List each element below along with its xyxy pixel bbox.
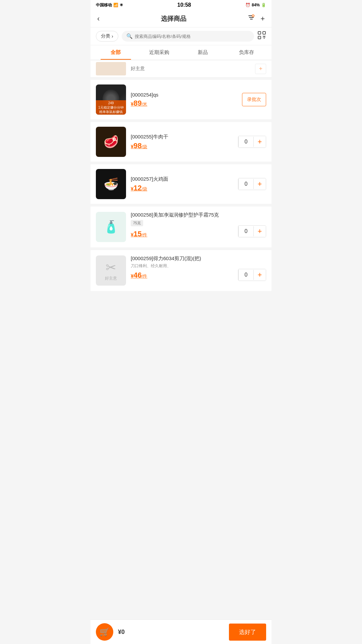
search-area: 分类 › 🔍 <box>90 27 272 45</box>
price-unit: /袋 <box>142 186 147 191</box>
price-unit: /件 <box>142 274 147 279</box>
tab-new[interactable]: 新品 <box>181 45 225 60</box>
product-item: 🍜 [0000257]火鸡面 ¥12/袋 0 + <box>90 164 272 204</box>
product-item: 2491元稳定赚分分钟精单靠鼠标赚钱 [0000254]qs ¥89/米 录批次 <box>90 80 272 119</box>
time-display: 10:58 <box>177 2 191 8</box>
product-price: ¥89/米 <box>131 99 237 108</box>
wifi-icon: 📶 <box>113 3 118 7</box>
price-unit: /袋 <box>142 144 147 149</box>
scan-button[interactable] <box>257 31 266 42</box>
back-button[interactable]: ‹ <box>97 14 100 23</box>
product-price: ¥46/件 <box>131 271 233 280</box>
product-item: 🥩 [0000255]牛肉干 ¥98/袋 0 + <box>90 122 272 162</box>
signal-icon: ✳ <box>120 3 123 7</box>
filter-button[interactable] <box>248 14 255 23</box>
product-code-name: [0000258]美加净滋润修护型护手霜75克 <box>131 212 233 218</box>
header-left: ‹ <box>97 14 100 23</box>
search-icon: 🔍 <box>126 33 133 39</box>
status-left: 中国移动 📶 ✳ <box>96 2 123 8</box>
category-button[interactable]: 分类 › <box>96 31 118 42</box>
price-value: 12 <box>133 184 141 192</box>
header-right: + <box>248 14 265 23</box>
product-image-0000257: 🍜 <box>96 169 126 199</box>
quantity-value: 0 <box>238 270 254 280</box>
add-button[interactable]: + <box>260 14 265 23</box>
status-right: ⏰ 84% 🔋 <box>245 3 266 7</box>
battery-label: 84% <box>252 3 260 7</box>
product-price: ¥98/袋 <box>131 141 233 150</box>
product-image-0000258: 🧴 <box>96 212 126 242</box>
product-item: 🧴 [0000258]美加净滋润修护型护手霜75克 75克 ¥15/件 0 + <box>90 207 272 247</box>
record-batch-button[interactable]: 录批次 <box>242 93 266 106</box>
price-value: 89 <box>133 99 141 107</box>
price-unit: /米 <box>142 102 147 107</box>
svg-rect-4 <box>258 32 261 34</box>
quantity-control-0000255: 0 + <box>238 136 266 148</box>
tabs-bar: 全部 近期采购 新品 负库存 <box>90 45 272 60</box>
quantity-control-0000258: 0 + <box>238 225 266 237</box>
quantity-increment-button[interactable]: + <box>254 269 266 281</box>
product-info-0000257: [0000257]火鸡面 ¥12/袋 <box>131 176 233 192</box>
product-code-name: [0000257]火鸡面 <box>131 176 233 182</box>
product-info-0000255: [0000255]牛肉干 ¥98/袋 <box>131 134 233 150</box>
category-chevron: › <box>112 34 113 39</box>
product-price: ¥15/件 <box>131 230 233 238</box>
status-bar: 中国移动 📶 ✳ 10:58 ⏰ 84% 🔋 <box>90 0 272 10</box>
product-info-0000254: [0000254]qs ¥89/米 <box>131 92 237 108</box>
search-box: 🔍 <box>122 31 254 42</box>
product-image-0000259: ✂ 好主意 <box>96 255 126 286</box>
product-badge: 2491元稳定赚分分钟精单靠鼠标赚钱 <box>96 100 126 115</box>
product-price: ¥12/袋 <box>131 184 233 192</box>
partial-scroll-item: 好主意 + <box>90 60 272 77</box>
alarm-icon: ⏰ <box>245 3 250 7</box>
svg-rect-6 <box>258 36 261 39</box>
product-info-0000258: [0000258]美加净滋润修护型护手霜75克 75克 ¥15/件 <box>131 212 233 238</box>
tab-negative[interactable]: 负库存 <box>225 45 268 60</box>
quantity-increment-button[interactable]: + <box>254 226 266 237</box>
search-input[interactable] <box>135 34 249 39</box>
quantity-control-0000257: 0 + <box>238 178 266 190</box>
price-value: 98 <box>133 141 141 150</box>
page-title: 选择商品 <box>161 14 186 23</box>
category-label: 分类 <box>101 33 110 39</box>
product-code-name: [0000259]得力6034剪刀(混)(把) <box>131 255 233 262</box>
price-value: 15 <box>133 230 141 238</box>
quantity-control-0000259: 0 + <box>238 269 266 281</box>
product-code-name: [0000255]牛肉干 <box>131 134 233 140</box>
price-value: 46 <box>133 271 141 279</box>
product-image-0000255: 🥩 <box>96 127 126 157</box>
quantity-value: 0 <box>238 179 254 189</box>
quantity-value: 0 <box>238 226 254 236</box>
product-info-0000259: [0000259]得力6034剪刀(混)(把) 刀口锋利、经久耐用、 ¥46/件 <box>131 255 233 280</box>
partial-product-image <box>96 62 126 75</box>
quantity-increment-button[interactable]: + <box>254 178 266 190</box>
quantity-value: 0 <box>238 137 254 147</box>
svg-rect-5 <box>263 32 265 34</box>
product-description: 刀口锋利、经久耐用、 <box>131 263 233 269</box>
tab-all[interactable]: 全部 <box>94 45 137 60</box>
header: ‹ 选择商品 + <box>90 10 272 27</box>
product-code-name: [0000254]qs <box>131 92 237 98</box>
product-image-0000254: 2491元稳定赚分分钟精单靠鼠标赚钱 <box>96 84 126 115</box>
product-brand-logo: 好主意 <box>105 276 117 281</box>
battery-icon: 🔋 <box>261 3 266 7</box>
price-unit: /件 <box>142 232 147 237</box>
svg-point-3 <box>252 15 254 17</box>
carrier-label: 中国移动 <box>96 2 112 8</box>
tab-recent[interactable]: 近期采购 <box>137 45 181 60</box>
quantity-increment-button[interactable]: + <box>254 136 266 148</box>
partial-product-label: 好主意 <box>131 66 145 72</box>
product-item: ✂ 好主意 [0000259]得力6034剪刀(混)(把) 刀口锋利、经久耐用、… <box>90 250 272 291</box>
product-tag: 75克 <box>131 220 143 226</box>
product-list: 2491元稳定赚分分钟精单靠鼠标赚钱 [0000254]qs ¥89/米 录批次… <box>90 80 272 320</box>
